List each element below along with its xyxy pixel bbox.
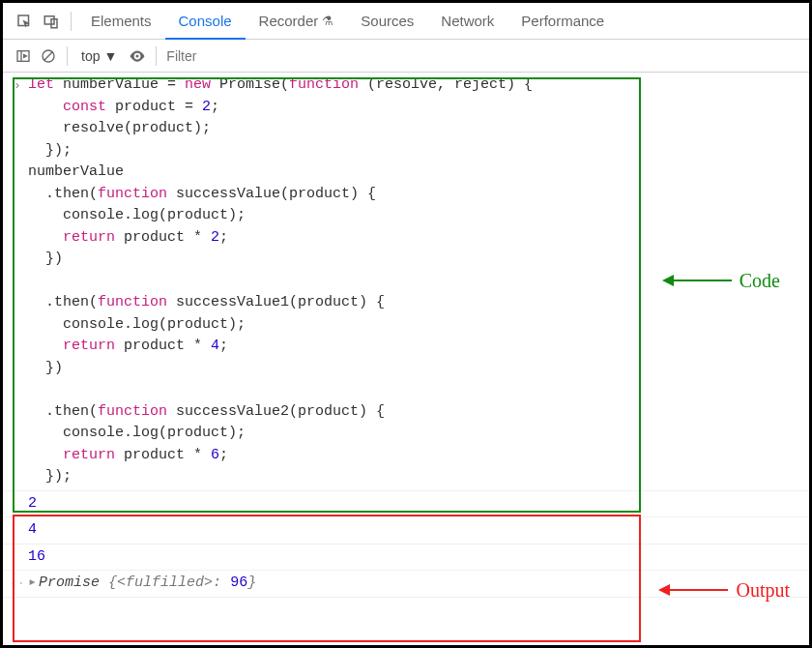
clear-console-icon[interactable]	[36, 44, 61, 69]
separator	[71, 12, 72, 31]
tab-sources[interactable]: Sources	[347, 3, 427, 40]
sidebar-toggle-icon[interactable]	[11, 44, 36, 69]
code-content: let numberValue = new Promise(function (…	[28, 74, 533, 488]
tab-console[interactable]: Console	[165, 3, 246, 40]
result-chevron-icon: ‹·	[7, 573, 28, 595]
console-body: › let numberValue = new Promise(function…	[3, 73, 809, 598]
device-toggle-icon[interactable]	[38, 8, 65, 35]
separator	[156, 46, 157, 66]
inspect-icon[interactable]	[11, 8, 38, 35]
live-expression-icon[interactable]	[125, 44, 150, 69]
execution-context[interactable]: top ▼	[73, 48, 125, 64]
devtools-tabs: Elements Console Recorder⚗ Sources Netwo…	[3, 3, 809, 40]
tab-network[interactable]: Network	[427, 3, 508, 40]
console-log-row: 2	[3, 491, 809, 518]
tab-elements[interactable]: Elements	[77, 3, 165, 40]
console-toolbar: top ▼	[3, 40, 809, 73]
console-log-row: 16	[3, 545, 809, 572]
expand-icon[interactable]: ▸	[28, 573, 37, 595]
filter-input[interactable]	[162, 44, 801, 68]
svg-rect-1	[44, 15, 54, 23]
console-log-row: 4	[3, 517, 809, 545]
separator	[67, 46, 68, 66]
chevron-down-icon: ▼	[103, 48, 117, 64]
prompt-chevron-icon: ›	[7, 74, 28, 488]
output-annotation: Output	[660, 575, 790, 604]
svg-point-5	[136, 54, 139, 57]
code-annotation: Code	[664, 266, 780, 295]
tab-recorder[interactable]: Recorder⚗	[246, 3, 348, 40]
flask-icon: ⚗	[322, 14, 334, 28]
tab-performance[interactable]: Performance	[508, 3, 618, 40]
